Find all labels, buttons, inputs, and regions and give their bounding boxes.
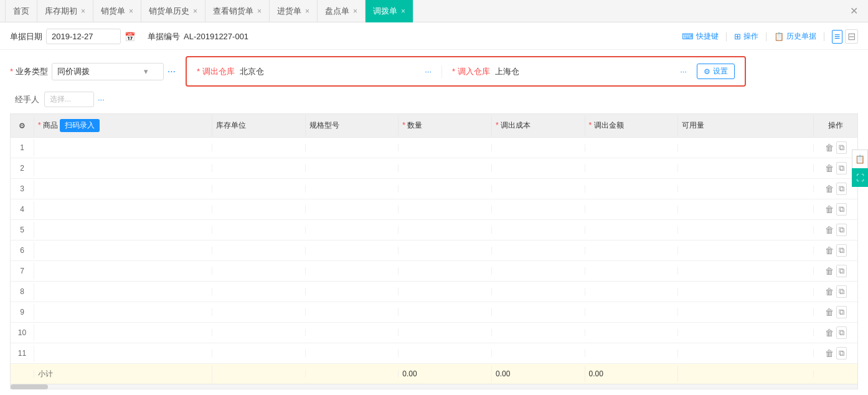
copy-icon[interactable]: ⧉ bbox=[836, 203, 847, 216]
td-product[interactable] bbox=[34, 288, 212, 295]
delete-icon[interactable]: 🗑 bbox=[825, 348, 834, 358]
close-inventory-check[interactable]: × bbox=[353, 7, 357, 16]
close-inventory-init[interactable]: × bbox=[81, 7, 85, 16]
td-qty[interactable] bbox=[399, 226, 492, 234]
td-amount[interactable] bbox=[585, 247, 679, 254]
delete-icon[interactable]: 🗑 bbox=[825, 287, 834, 297]
td-qty[interactable] bbox=[399, 288, 492, 295]
calendar-icon[interactable]: 📅 bbox=[125, 32, 135, 42]
td-cost[interactable] bbox=[492, 288, 585, 295]
copy-icon[interactable]: ⧉ bbox=[836, 285, 847, 298]
close-transfer-order[interactable]: × bbox=[401, 7, 405, 16]
td-amount[interactable] bbox=[585, 350, 679, 357]
out-warehouse-more[interactable]: ··· bbox=[425, 67, 432, 76]
business-type-more[interactable]: ··· bbox=[167, 67, 176, 77]
tab-purchase-order[interactable]: 进货单 × bbox=[270, 0, 318, 22]
td-qty[interactable] bbox=[399, 206, 492, 213]
td-product[interactable] bbox=[34, 247, 212, 254]
th-gear[interactable]: ⚙ bbox=[11, 117, 34, 135]
copy-icon[interactable]: ⧉ bbox=[836, 224, 847, 236]
td-product[interactable] bbox=[34, 267, 212, 275]
horizontal-scrollbar[interactable] bbox=[10, 384, 858, 389]
settings-button[interactable]: ⚙ 设置 bbox=[697, 64, 735, 79]
td-amount[interactable] bbox=[585, 206, 679, 213]
td-amount[interactable] bbox=[585, 329, 679, 336]
td-amount[interactable] bbox=[585, 226, 679, 234]
shortcut-toolbar-item[interactable]: ⌨ 快捷键 bbox=[682, 31, 719, 42]
doc-date-input[interactable]: 2019-12-27 bbox=[46, 29, 121, 44]
tab-inventory-check[interactable]: 盘点单 × bbox=[318, 0, 366, 22]
tab-inventory-init[interactable]: 库存期初 × bbox=[37, 0, 93, 22]
history-toolbar-item[interactable]: 📋 历史单据 bbox=[774, 31, 816, 42]
delete-icon[interactable]: 🗑 bbox=[825, 184, 834, 194]
layout-icon-2[interactable]: ⊟ bbox=[845, 29, 858, 44]
business-type-dropdown[interactable]: 同价调拨 ▾ bbox=[52, 63, 164, 80]
copy-icon[interactable]: ⧉ bbox=[836, 162, 847, 174]
copy-icon[interactable]: ⧉ bbox=[836, 347, 847, 359]
tab-sales-order[interactable]: 销货单 × bbox=[93, 0, 141, 22]
td-qty[interactable] bbox=[399, 350, 492, 357]
tab-sales-history[interactable]: 销货单历史 × bbox=[141, 0, 205, 22]
float-expand-btn[interactable]: ⛶ bbox=[852, 168, 868, 187]
td-product[interactable] bbox=[34, 350, 212, 357]
td-cost[interactable] bbox=[492, 206, 585, 213]
delete-icon[interactable]: 🗑 bbox=[825, 225, 834, 235]
td-product[interactable] bbox=[34, 185, 212, 193]
td-cost[interactable] bbox=[492, 267, 585, 275]
td-cost[interactable] bbox=[492, 247, 585, 254]
td-cost[interactable] bbox=[492, 350, 585, 357]
scan-btn[interactable]: 扫码录入 bbox=[60, 119, 100, 132]
delete-icon[interactable]: 🗑 bbox=[825, 143, 834, 153]
delete-icon[interactable]: 🗑 bbox=[825, 328, 834, 338]
delete-icon[interactable]: 🗑 bbox=[825, 204, 834, 214]
td-qty[interactable] bbox=[399, 267, 492, 275]
delete-icon[interactable]: 🗑 bbox=[825, 245, 834, 255]
td-product[interactable] bbox=[34, 226, 212, 234]
td-product[interactable] bbox=[34, 308, 212, 316]
td-qty[interactable] bbox=[399, 308, 492, 316]
td-amount[interactable] bbox=[585, 267, 679, 275]
copy-icon[interactable]: ⧉ bbox=[836, 183, 847, 195]
td-cost[interactable] bbox=[492, 164, 585, 172]
close-sales-order[interactable]: × bbox=[129, 7, 133, 16]
td-amount[interactable] bbox=[585, 308, 679, 316]
layout-icon-1[interactable]: ≡ bbox=[832, 30, 842, 44]
copy-icon[interactable]: ⧉ bbox=[836, 244, 847, 257]
handler-input[interactable]: 选择... bbox=[44, 92, 94, 107]
close-sales-history[interactable]: × bbox=[193, 7, 197, 16]
td-amount[interactable] bbox=[585, 164, 679, 172]
float-note-btn[interactable]: 📋 bbox=[852, 150, 868, 168]
td-product[interactable] bbox=[34, 144, 212, 151]
tab-transfer-order[interactable]: 调拨单 × bbox=[366, 0, 413, 22]
copy-icon[interactable]: ⧉ bbox=[836, 141, 847, 154]
td-product[interactable] bbox=[34, 164, 212, 172]
delete-icon[interactable]: 🗑 bbox=[825, 307, 834, 317]
tab-view-sales[interactable]: 查看销货单 × bbox=[205, 0, 270, 22]
delete-icon[interactable]: 🗑 bbox=[825, 163, 834, 173]
in-warehouse-more[interactable]: ··· bbox=[680, 67, 687, 76]
tab-home[interactable]: 首页 bbox=[5, 0, 37, 22]
delete-icon[interactable]: 🗑 bbox=[825, 266, 834, 276]
handler-more[interactable]: ··· bbox=[98, 95, 105, 104]
copy-icon[interactable]: ⧉ bbox=[836, 326, 847, 339]
scroll-thumb[interactable] bbox=[11, 384, 48, 389]
td-product[interactable] bbox=[34, 329, 212, 336]
copy-icon[interactable]: ⧉ bbox=[836, 306, 847, 318]
td-cost[interactable] bbox=[492, 329, 585, 336]
td-cost[interactable] bbox=[492, 226, 585, 234]
td-qty[interactable] bbox=[399, 329, 492, 336]
td-qty[interactable] bbox=[399, 247, 492, 254]
td-amount[interactable] bbox=[585, 185, 679, 193]
td-cost[interactable] bbox=[492, 144, 585, 151]
copy-icon[interactable]: ⧉ bbox=[836, 265, 847, 277]
td-qty[interactable] bbox=[399, 144, 492, 151]
td-cost[interactable] bbox=[492, 185, 585, 193]
close-all-tabs[interactable]: ✕ bbox=[845, 5, 863, 17]
td-qty[interactable] bbox=[399, 164, 492, 172]
ops-toolbar-item[interactable]: ⊞ 操作 bbox=[734, 31, 758, 42]
close-purchase-order[interactable]: × bbox=[305, 7, 309, 16]
close-view-sales[interactable]: × bbox=[257, 7, 262, 16]
td-cost[interactable] bbox=[492, 308, 585, 316]
td-product[interactable] bbox=[34, 206, 212, 213]
td-amount[interactable] bbox=[585, 288, 679, 295]
